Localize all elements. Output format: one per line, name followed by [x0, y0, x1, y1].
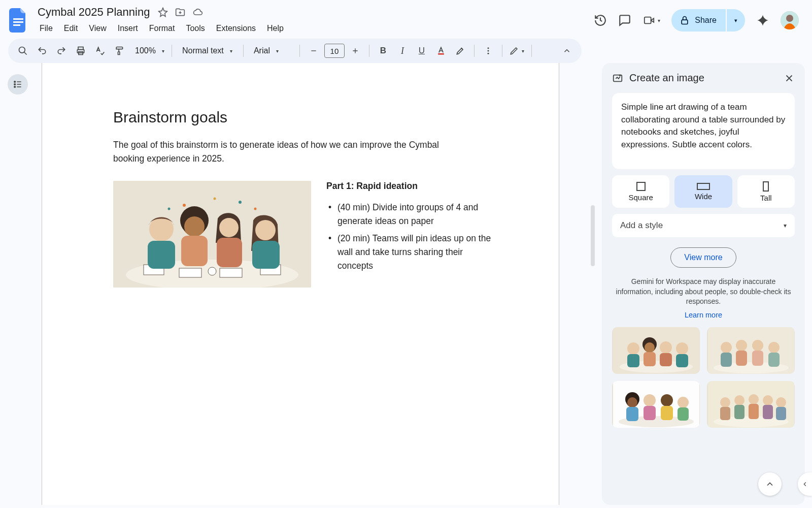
collapse-toolbar-icon[interactable] — [558, 42, 576, 59]
comments-icon[interactable] — [618, 14, 631, 27]
learn-more-link[interactable]: Learn more — [612, 311, 795, 319]
print-icon[interactable] — [72, 42, 89, 59]
svg-point-85 — [763, 395, 773, 405]
svg-point-73 — [661, 394, 673, 406]
svg-rect-30 — [181, 236, 208, 266]
aspect-square-button[interactable]: Square — [612, 175, 669, 208]
svg-point-45 — [627, 342, 639, 355]
increase-font-icon[interactable] — [347, 42, 364, 59]
editing-mode-dropdown[interactable]: ▾ — [507, 46, 526, 55]
svg-point-15 — [14, 81, 16, 83]
svg-point-12 — [487, 47, 489, 49]
svg-point-38 — [239, 201, 242, 204]
svg-point-61 — [752, 340, 763, 351]
svg-point-6 — [786, 15, 793, 22]
meet-icon[interactable]: ▾ — [642, 14, 660, 27]
scrollbar-thumb[interactable] — [591, 205, 595, 266]
part-title[interactable]: Part 1: Rapid ideation — [326, 181, 498, 192]
title-area: Cymbal 2025 Planning File Edit View Inse… — [35, 5, 289, 36]
decrease-font-icon[interactable] — [305, 42, 322, 59]
redo-icon[interactable] — [53, 42, 70, 59]
svg-rect-46 — [627, 354, 639, 367]
highlight-icon[interactable] — [452, 42, 469, 59]
svg-rect-82 — [734, 405, 745, 419]
search-icon[interactable] — [14, 42, 31, 59]
svg-point-39 — [214, 198, 216, 200]
prompt-textarea[interactable]: Simple line art drawing of a team collab… — [612, 93, 795, 169]
aspect-ratio-row: Square Wide Tall — [612, 175, 795, 208]
svg-rect-1 — [13, 21, 23, 23]
menu-format[interactable]: Format — [144, 21, 180, 36]
menu-help[interactable]: Help — [262, 21, 289, 36]
svg-point-79 — [720, 397, 730, 407]
doc-heading[interactable]: Brainstorm goals — [113, 109, 498, 126]
menu-edit[interactable]: Edit — [59, 21, 83, 36]
document-page[interactable]: Brainstorm goals The goal of this brains… — [42, 63, 559, 505]
share-split: Share ▾ — [671, 9, 745, 31]
svg-point-13 — [487, 50, 489, 52]
svg-rect-84 — [749, 404, 759, 419]
aspect-tall-button[interactable]: Tall — [737, 175, 795, 208]
undo-icon[interactable] — [33, 42, 51, 59]
svg-point-63 — [768, 342, 780, 353]
menu-file[interactable]: File — [35, 21, 58, 36]
paint-format-icon[interactable] — [111, 42, 128, 59]
wide-icon — [697, 183, 710, 190]
close-icon[interactable] — [784, 73, 795, 84]
font-dropdown[interactable]: Arial▾ — [249, 46, 294, 55]
workspace: Brainstorm goals The goal of this brains… — [0, 63, 812, 505]
svg-point-53 — [676, 342, 688, 355]
outline-toggle-icon[interactable] — [8, 74, 28, 94]
svg-point-49 — [645, 342, 655, 353]
view-more-button[interactable]: View more — [670, 247, 736, 268]
share-button[interactable]: Share — [671, 9, 726, 31]
docs-logo[interactable] — [8, 7, 28, 34]
bullet-list[interactable]: (40 min) Divide into groups of 4 and gen… — [326, 201, 498, 273]
menu-view[interactable]: View — [84, 21, 111, 36]
text-color-icon[interactable] — [432, 42, 450, 59]
bold-icon[interactable]: B — [375, 42, 392, 59]
cloud-status-icon[interactable] — [192, 7, 204, 17]
document-title[interactable]: Cymbal 2025 Planning — [35, 5, 153, 20]
aspect-wide-button[interactable]: Wide — [674, 175, 732, 208]
spellcheck-icon[interactable] — [91, 42, 109, 59]
svg-rect-80 — [720, 407, 730, 420]
toolbar: 100%▾ Normal text▾ Arial▾ 10 B I U ▾ — [8, 39, 582, 63]
lock-icon — [680, 15, 690, 25]
menu-bar: File Edit View Insert Format Tools Exten… — [35, 21, 289, 36]
panel-title: Create an image — [629, 72, 704, 84]
history-icon[interactable] — [594, 14, 607, 27]
doc-intro-paragraph[interactable]: The goal of this brainstorm is to genera… — [113, 138, 458, 166]
menu-tools[interactable]: Tools — [181, 21, 210, 36]
square-icon — [636, 182, 646, 191]
document-area[interactable]: Brainstorm goals The goal of this brains… — [36, 63, 597, 505]
menu-extensions[interactable]: Extensions — [211, 21, 261, 36]
tall-icon — [763, 181, 769, 192]
svg-point-35 — [255, 220, 276, 240]
result-thumbnail[interactable] — [612, 327, 700, 374]
share-dropdown[interactable]: ▾ — [727, 9, 745, 31]
paragraph-style-dropdown[interactable]: Normal text▾ — [177, 46, 238, 55]
menu-insert[interactable]: Insert — [113, 21, 143, 36]
underline-icon[interactable]: U — [413, 42, 430, 59]
inserted-image[interactable] — [113, 181, 311, 288]
svg-rect-58 — [721, 353, 732, 367]
result-thumbnail[interactable] — [612, 381, 700, 428]
italic-icon[interactable]: I — [394, 42, 411, 59]
header-right: ▾ Share ▾ — [594, 9, 804, 31]
list-item[interactable]: (20 min) Teams will pin ideas up on the … — [326, 232, 498, 273]
svg-rect-36 — [252, 241, 280, 269]
zoom-dropdown[interactable]: 100%▾ — [130, 46, 166, 55]
style-dropdown[interactable]: Add a style ▾ — [612, 214, 795, 237]
more-icon[interactable] — [480, 42, 497, 59]
svg-rect-4 — [682, 20, 688, 24]
scroll-to-top-button[interactable] — [758, 472, 782, 496]
result-thumbnail[interactable] — [707, 381, 795, 428]
move-icon[interactable] — [175, 7, 185, 17]
font-size-input[interactable]: 10 — [324, 44, 345, 58]
account-avatar[interactable] — [781, 11, 799, 29]
result-thumbnail[interactable] — [707, 327, 795, 374]
star-icon[interactable] — [158, 7, 168, 17]
list-item[interactable]: (40 min) Divide into groups of 4 and gen… — [326, 201, 498, 228]
gemini-spark-icon[interactable] — [756, 14, 769, 27]
